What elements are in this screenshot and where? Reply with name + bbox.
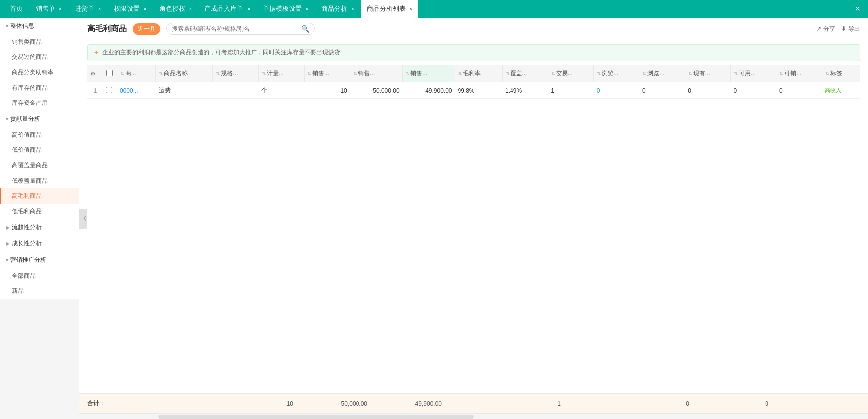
sidebar-item-traded-goods[interactable]: 交易过的商品 bbox=[0, 49, 79, 65]
tip-text: 企业的主要的利润都是这部分商品创造的，可考虑加大推广，同时关注库存量不要出现缺货 bbox=[102, 48, 340, 57]
header-actions: ↗ 分享 ⬇ 导出 bbox=[817, 25, 860, 33]
col-tag[interactable]: ⇅标签 bbox=[822, 65, 860, 82]
filter-recent-month-button[interactable]: 近一月 bbox=[133, 23, 160, 35]
close-permissions-tab[interactable]: × bbox=[144, 6, 147, 12]
cell-checkbox[interactable] bbox=[103, 82, 117, 99]
sidebar-item-low-value[interactable]: 低价值商品 bbox=[0, 142, 79, 158]
export-icon: ⬇ bbox=[841, 25, 846, 32]
col-checkbox[interactable] bbox=[103, 65, 117, 82]
col-settings[interactable]: ⚙ bbox=[87, 65, 103, 82]
col-spec[interactable]: ⇅规格... bbox=[213, 65, 258, 82]
sidebar-item-new-goods[interactable]: 新品 bbox=[0, 283, 79, 299]
col-code[interactable]: ⇅商... bbox=[117, 65, 156, 82]
nav-item-production[interactable]: 产成品入库单 × bbox=[199, 0, 256, 18]
nav-item-analysis-list[interactable]: 商品分析列表 × bbox=[361, 0, 418, 18]
chevron-down-icon-2: ▾ bbox=[6, 116, 8, 122]
footer-sales-amount: 50,000.00 bbox=[328, 400, 367, 407]
sidebar-group-marketing[interactable]: ▾ 营销推广分析 bbox=[0, 252, 79, 268]
nav-item-template[interactable]: 单据模板设置 × bbox=[257, 0, 314, 18]
data-table: ⚙ ⇅商... ⇅商品名称 ⇅规格... ⇅计量... ⇅销售... ⇅销售..… bbox=[87, 65, 860, 99]
nav-item-analysis[interactable]: 商品分析 × bbox=[315, 0, 360, 18]
content-header: 高毛利商品 近一月 🔍 ↗ 分享 ⬇ 导出 bbox=[79, 18, 868, 40]
nav-item-roles[interactable]: 角色授权 × bbox=[153, 0, 198, 18]
sidebar-item-sales-goods[interactable]: 销售类商品 bbox=[0, 34, 79, 49]
sidebar-group-overall[interactable]: ▾ 整体信息 bbox=[0, 18, 79, 34]
close-analysis-list-tab[interactable]: × bbox=[409, 6, 412, 12]
table-header-row: ⚙ ⇅商... ⇅商品名称 ⇅规格... ⇅计量... ⇅销售... ⇅销售..… bbox=[87, 65, 860, 82]
cell-sales-amount: 50,000.00 bbox=[350, 82, 403, 99]
share-icon: ↗ bbox=[817, 25, 821, 32]
table-container[interactable]: ⚙ ⇅商... ⇅商品名称 ⇅规格... ⇅计量... ⇅销售... ⇅销售..… bbox=[79, 65, 868, 393]
close-all-tabs[interactable]: × bbox=[851, 4, 864, 14]
close-production-tab[interactable]: × bbox=[247, 6, 250, 12]
cell-views1[interactable]: 0 bbox=[594, 82, 639, 99]
col-saleable[interactable]: ⇅可销... bbox=[776, 65, 822, 82]
sidebar-item-high-coverage[interactable]: 高覆盖量商品 bbox=[0, 158, 79, 173]
footer-available: 0 bbox=[749, 400, 768, 407]
sidebar-item-all-goods[interactable]: 全部商品 bbox=[0, 268, 79, 283]
col-name[interactable]: ⇅商品名称 bbox=[156, 65, 213, 82]
nav-item-purchase[interactable]: 进货单 × bbox=[69, 0, 107, 18]
footer-transaction: 1 bbox=[541, 400, 561, 407]
chevron-down-icon-3: ▾ bbox=[6, 257, 8, 263]
search-box: 🔍 bbox=[166, 23, 315, 35]
cell-saleable: 0 bbox=[776, 82, 822, 99]
close-sales-tab[interactable]: × bbox=[59, 6, 62, 12]
tip-icon: ✦ bbox=[94, 49, 99, 56]
sidebar-item-capital[interactable]: 库存资金占用 bbox=[0, 95, 79, 111]
col-views2[interactable]: ⇅浏览... bbox=[639, 65, 685, 82]
sidebar-collapse-button[interactable]: 《 bbox=[79, 209, 87, 229]
col-unit[interactable]: ⇅计量... bbox=[258, 65, 304, 82]
col-current-stock[interactable]: ⇅现有... bbox=[685, 65, 730, 82]
sidebar-item-category-rate[interactable]: 商品分类助销率 bbox=[0, 65, 79, 80]
tip-bar: ✦ 企业的主要的利润都是这部分商品创造的，可考虑加大推广，同时关注库存量不要出现… bbox=[87, 44, 860, 61]
select-all-checkbox[interactable] bbox=[106, 70, 113, 76]
search-icon: 🔍 bbox=[301, 25, 309, 33]
footer-current-stock: 0 bbox=[669, 400, 689, 407]
page-title: 高毛利商品 bbox=[87, 24, 127, 34]
sidebar-item-low-margin[interactable]: 低毛利商品 bbox=[0, 204, 79, 219]
sidebar-item-low-coverage[interactable]: 低覆盖量商品 bbox=[0, 173, 79, 188]
close-roles-tab[interactable]: × bbox=[189, 6, 192, 12]
chevron-right-icon: ▶ bbox=[6, 225, 10, 230]
cell-tag: 高收入 bbox=[822, 82, 860, 99]
chevron-down-icon: ▾ bbox=[6, 23, 8, 29]
table-row: 1 0000... 运费 个 10 50,000.00 49,900.00 99… bbox=[87, 82, 860, 99]
close-analysis-tab[interactable]: × bbox=[351, 6, 354, 12]
cell-gross-margin: 99.8% bbox=[455, 82, 503, 99]
row-checkbox[interactable] bbox=[106, 87, 112, 93]
col-sales-cost[interactable]: ⇅销售... bbox=[403, 65, 455, 82]
sidebar-item-in-stock[interactable]: 有库存的商品 bbox=[0, 80, 79, 95]
sidebar-group-contribution[interactable]: ▾ 贡献量分析 bbox=[0, 111, 79, 127]
sidebar-group-growth[interactable]: ▶ 成长性分析 bbox=[0, 235, 79, 252]
cell-spec bbox=[213, 82, 258, 99]
export-button[interactable]: ⬇ 导出 bbox=[841, 25, 860, 33]
tag-badge: 高收入 bbox=[825, 87, 841, 93]
nav-item-permissions[interactable]: 权限设置 × bbox=[108, 0, 153, 18]
col-sales-qty[interactable]: ⇅销售... bbox=[304, 65, 350, 82]
cell-code[interactable]: 0000... bbox=[117, 82, 156, 99]
cell-name: 运费 bbox=[156, 82, 213, 99]
cell-index: 1 bbox=[87, 82, 103, 99]
share-button[interactable]: ↗ 分享 bbox=[817, 25, 835, 33]
footer-sales-qty: 10 bbox=[263, 400, 293, 407]
footer-sales-cost: 49,900.00 bbox=[402, 400, 442, 407]
sidebar-item-high-value[interactable]: 高价值商品 bbox=[0, 127, 79, 142]
col-views1[interactable]: ⇅浏览... bbox=[594, 65, 639, 82]
col-gross-margin[interactable]: ⇅毛利率 bbox=[455, 65, 503, 82]
nav-item-home[interactable]: 首页 bbox=[4, 0, 29, 18]
col-transaction[interactable]: ⇅交易... bbox=[548, 65, 593, 82]
close-purchase-tab[interactable]: × bbox=[98, 6, 101, 12]
cell-views2: 0 bbox=[639, 82, 685, 99]
close-template-tab[interactable]: × bbox=[306, 6, 308, 12]
nav-item-sales[interactable]: 销售单 × bbox=[30, 0, 68, 18]
sidebar-item-high-margin[interactable]: 高毛利商品 bbox=[0, 188, 79, 204]
sidebar-group-trend[interactable]: ▶ 流趋性分析 bbox=[0, 219, 79, 235]
horizontal-scrollbar[interactable] bbox=[79, 413, 868, 419]
sidebar: ▾ 整体信息 销售类商品 交易过的商品 商品分类助销率 有库存的商品 库存资金占… bbox=[0, 18, 79, 299]
col-available[interactable]: ⇅可用... bbox=[731, 65, 776, 82]
cell-current-stock: 0 bbox=[685, 82, 730, 99]
col-coverage[interactable]: ⇅覆盖... bbox=[502, 65, 548, 82]
search-input[interactable] bbox=[172, 25, 298, 32]
col-sales-amount[interactable]: ⇅销售... bbox=[350, 65, 403, 82]
